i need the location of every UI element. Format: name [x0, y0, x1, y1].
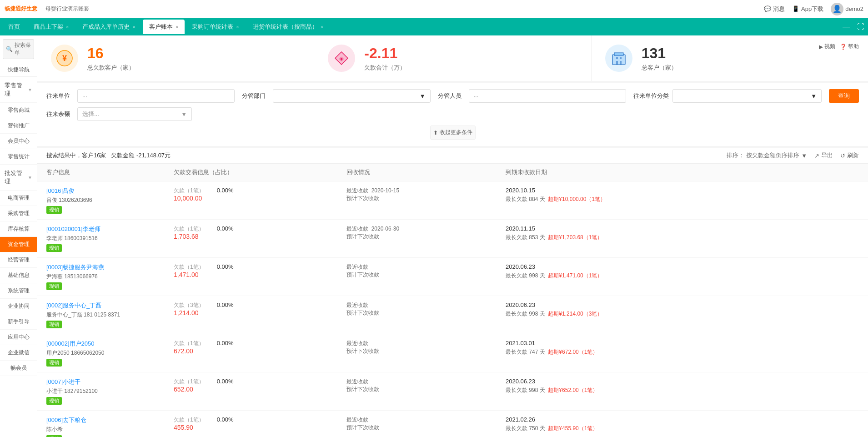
- tab-actions: — ⛶: [841, 21, 866, 33]
- app-download-btn[interactable]: 📱 App下载: [792, 5, 823, 13]
- sidebar-item-system-label: 系统管理: [8, 287, 30, 294]
- unit-category-input[interactable]: ▼: [672, 89, 822, 103]
- tab-maximize-icon[interactable]: ⛶: [855, 21, 866, 33]
- customer-name-link-6[interactable]: [0007]小进干: [46, 378, 174, 386]
- customer-tag-7: 现销: [46, 435, 62, 437]
- sidebar-item-member-center[interactable]: 会员中心: [0, 134, 37, 149]
- overdue-link-2[interactable]: 超期¥1,703.68（1笔）: [548, 234, 602, 241]
- sidebar-item-wechat[interactable]: 企业微信: [0, 345, 37, 361]
- search-button[interactable]: 查询: [829, 89, 859, 103]
- fast-nav-item[interactable]: 快捷导航: [0, 63, 37, 77]
- tab-product-offline-close[interactable]: ×: [66, 24, 69, 30]
- tab-customer-account[interactable]: 客户账本 ×: [143, 20, 185, 34]
- tab-home[interactable]: 首页: [2, 20, 26, 34]
- tab-customer-account-close[interactable]: ×: [176, 24, 178, 30]
- manager-dots: ···: [474, 93, 479, 100]
- search-icon: 🔍: [6, 46, 13, 52]
- refresh-btn[interactable]: ↺ 刷新: [840, 151, 859, 160]
- sidebar-item-ecommerce[interactable]: 电商管理: [0, 191, 37, 206]
- sidebar-item-app-label: 应用中心: [8, 334, 30, 340]
- table-row: [0002]服务中心_丁磊 服务中心_丁磊 181 0125 8371 现销 欠…: [37, 296, 868, 334]
- sidebar-item-wholesale-mgmt[interactable]: 批发管理 ▼: [0, 165, 37, 191]
- sidebar-item-business[interactable]: 经营管理: [0, 252, 37, 268]
- tab-product-history[interactable]: 产成品入库单历史 ×: [76, 20, 141, 34]
- sidebar-item-chang-member[interactable]: 畅会员: [0, 361, 37, 376]
- chevron-down-icon-2: ▼: [28, 175, 32, 180]
- sidebar-item-purchase[interactable]: 采购管理: [0, 206, 37, 221]
- overdue-date-1: 2020.10.15: [506, 187, 859, 194]
- overdue-link-7[interactable]: 超期¥455.90（1笔）: [548, 425, 598, 432]
- overdue-link-6[interactable]: 超期¥652.00（1笔）: [548, 387, 598, 393]
- sidebar-item-inventory[interactable]: 库存核算: [0, 221, 37, 237]
- sidebar-item-marketing[interactable]: 营销推广: [0, 118, 37, 134]
- return-next-6: 预计下次收款: [346, 386, 506, 393]
- debt-meta-7: 欠款（1笔）: [174, 416, 204, 424]
- return-cell-1: 最近收款 2020-10-15 预计下次收款: [346, 187, 506, 202]
- debt-amount-3: 1,471.00: [174, 271, 204, 278]
- customer-name-link-3[interactable]: [0003]畅捷服务尹海燕: [46, 263, 174, 271]
- sidebar-item-basic-info[interactable]: 基础信息: [0, 268, 37, 283]
- debt-percent-4: 0.00%: [217, 301, 234, 308]
- customer-name-link-5[interactable]: [000002]用户2050: [46, 340, 174, 348]
- video-btn[interactable]: ▶ 视频: [819, 43, 835, 50]
- sidebar-item-system[interactable]: 系统管理: [0, 283, 37, 299]
- sidebar-item-retail-mgmt[interactable]: 零售管理 ▼: [0, 77, 37, 103]
- tab-purchase-order-close[interactable]: ×: [236, 24, 239, 30]
- sidebar-item-new-guide[interactable]: 新手引导: [0, 314, 37, 330]
- return-latest-5: 最近收款: [346, 340, 506, 347]
- customer-name-link-2[interactable]: [0001020001]李老师: [46, 225, 174, 233]
- overdue-link-4[interactable]: 超期¥1,214.00（3笔）: [548, 311, 602, 317]
- stat-icon-total: ◈: [328, 45, 355, 72]
- export-btn[interactable]: ↗ 导出: [814, 151, 833, 160]
- overdue-date-6: 2020.06.23: [506, 378, 859, 385]
- debt-cell-1: 欠款（1笔） 10,000.00 0.00%: [174, 187, 346, 204]
- overdue-info-1: 最长欠款 884 天 超期¥10,000.00（1笔）: [506, 196, 859, 203]
- user-menu[interactable]: 👤 demo2: [831, 3, 863, 15]
- tab-inbound-stats-close[interactable]: ×: [321, 24, 323, 30]
- sidebar-item-app-center[interactable]: 应用中心: [0, 330, 37, 345]
- return-latest-2: 最近收款 2020-06-30: [346, 225, 506, 233]
- debt-percent-6: 0.00%: [217, 378, 234, 385]
- return-next-4: 预计下次收款: [346, 309, 506, 317]
- tab-product-history-close[interactable]: ×: [132, 24, 135, 30]
- tab-purchase-order[interactable]: 采购订单统计表 ×: [186, 20, 245, 34]
- sidebar-item-enterprise-collab[interactable]: 企业协同: [0, 299, 37, 314]
- customer-name-link-7[interactable]: [0006]去下粮仓: [46, 416, 174, 424]
- svg-rect-4: [612, 55, 625, 65]
- overdue-link-3[interactable]: 超期¥1,471.00（1笔）: [548, 272, 602, 279]
- help-label: 帮助: [848, 43, 859, 50]
- sidebar-item-guide-label: 新手引导: [8, 318, 30, 325]
- tab-inbound-stats[interactable]: 进货单统计表（按商品） ×: [246, 20, 330, 34]
- debt-meta-6: 欠款（1笔）: [174, 378, 204, 386]
- help-icon: ❓: [840, 44, 847, 50]
- overdue-link-1[interactable]: 超期¥10,000.00（1笔）: [548, 196, 606, 202]
- tab-product-offline[interactable]: 商品上下架 ×: [27, 20, 75, 34]
- sidebar-item-retail-stats[interactable]: 零售统计: [0, 149, 37, 165]
- balance-select[interactable]: 选择... ▼: [77, 107, 192, 121]
- results-bar: 搜索结果中，客户16家 欠款金额 -21,148.07元 排序： 按欠款金额倒序…: [37, 148, 868, 164]
- debt-meta-4: 欠款（3笔）: [174, 301, 204, 309]
- sidebar-item-retail-mall[interactable]: 零售商城: [0, 103, 37, 118]
- overdue-link-5[interactable]: 超期¥672.00（1笔）: [548, 349, 598, 355]
- table-row: [0016]吕俊 吕俊 13026203696 现销 欠款（1笔） 10,000…: [37, 181, 868, 220]
- sidebar-item-finance[interactable]: 资金管理: [0, 237, 37, 252]
- tab-minimize-icon[interactable]: —: [841, 21, 852, 33]
- sidebar-item-retail-mgmt-label: 零售管理: [5, 81, 28, 98]
- collapse-btn[interactable]: ⬆ 收起更多条件: [430, 126, 476, 140]
- department-input[interactable]: ▼: [273, 89, 430, 103]
- dropdown-arrow-balance: ▼: [181, 111, 187, 118]
- customer-name-link-4[interactable]: [0002]服务中心_丁磊: [46, 301, 174, 310]
- sidebar-item-marketing-label: 营销推广: [8, 122, 30, 129]
- help-btn[interactable]: ❓ 帮助: [840, 43, 859, 50]
- sort-select[interactable]: 排序： 按欠款金额倒序排序 ▼: [727, 151, 807, 160]
- overdue-cell-6: 2020.06.23 最长欠款 998 天 超期¥652.00（1笔）: [506, 378, 859, 394]
- debt-cell-4: 欠款（3笔） 1,214.00 0.00%: [174, 301, 346, 318]
- customer-name-link-1[interactable]: [0016]吕俊: [46, 187, 174, 195]
- debt-percent-1: 0.00%: [217, 187, 234, 194]
- customer-unit-input[interactable]: ···: [77, 89, 235, 103]
- manager-input[interactable]: ···: [469, 89, 626, 103]
- collapse-row: ⬆ 收起更多条件: [46, 126, 859, 140]
- search-menu-btn[interactable]: 🔍 搜索菜单: [3, 39, 34, 59]
- message-btn[interactable]: 💬 消息: [764, 5, 785, 13]
- overdue-date-5: 2021.03.01: [506, 340, 859, 347]
